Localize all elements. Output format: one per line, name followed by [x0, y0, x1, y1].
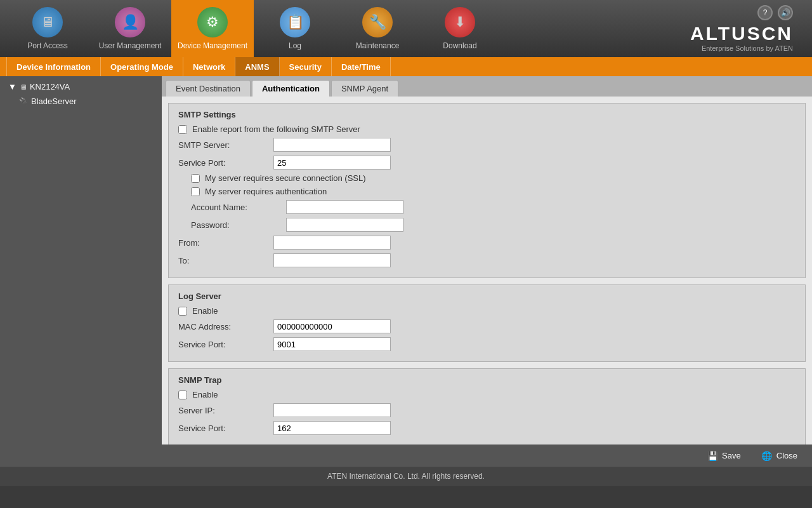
- to-row: To:: [178, 253, 796, 267]
- snmp-trap-section: SNMP Trap Enable Server IP: Service Port…: [168, 368, 806, 444]
- download-icon: ⬇: [445, 7, 475, 37]
- second-navigation: Device Information Operating Mode Networ…: [0, 57, 812, 76]
- close-icon: 🌐: [761, 450, 773, 462]
- service-port-input[interactable]: [273, 156, 391, 170]
- nav-port-access[interactable]: 🖥 Port Access: [6, 0, 89, 57]
- password-row: Password:: [191, 218, 796, 232]
- log-enable-row: Enable: [178, 306, 796, 316]
- top-navigation: 🖥 Port Access 👤 User Management ⚙ Device…: [0, 0, 812, 57]
- save-label: Save: [722, 451, 741, 460]
- smtp-enable-row: Enable report from the following SMTP Se…: [178, 124, 796, 134]
- nav-log[interactable]: 📋 Log: [254, 0, 336, 57]
- log-server-title: Log Server: [178, 291, 796, 301]
- mac-address-label: MAC Address:: [178, 322, 267, 331]
- root-device-label: KN2124VA: [30, 82, 70, 91]
- to-input[interactable]: [273, 253, 391, 267]
- tree-child-item[interactable]: 🔌 BladeServer: [3, 94, 159, 109]
- account-name-label: Account Name:: [191, 203, 280, 212]
- auth-checkbox[interactable]: [191, 187, 200, 196]
- log-service-port-input[interactable]: [273, 337, 391, 351]
- log-service-port-label: Service Port:: [178, 340, 267, 349]
- service-port-label: Service Port:: [178, 158, 267, 168]
- from-label: From:: [178, 238, 267, 248]
- smtp-settings-section: SMTP Settings Enable report from the fol…: [168, 103, 806, 278]
- auth-row: My server requires authentication: [191, 187, 796, 196]
- nav-device-information[interactable]: Device Information: [6, 57, 101, 76]
- nav-maintenance[interactable]: 🔧 Maintenance: [336, 0, 419, 57]
- nav-device-management-label: Device Management: [178, 41, 247, 50]
- mac-address-row: MAC Address:: [178, 319, 796, 333]
- tab-authentication[interactable]: Authentication: [252, 80, 330, 97]
- from-row: From:: [178, 236, 796, 250]
- maintenance-icon: 🔧: [362, 7, 393, 37]
- snmp-service-port-label: Service Port:: [178, 424, 267, 433]
- main-area: ▼ 🖥 KN2124VA 🔌 BladeServer Event Destina…: [0, 76, 812, 467]
- mac-address-input[interactable]: [273, 319, 391, 333]
- from-input[interactable]: [273, 236, 391, 250]
- close-button[interactable]: 🌐 Close: [756, 448, 802, 464]
- user-management-icon: 👤: [115, 7, 145, 37]
- save-icon: 💾: [706, 450, 719, 462]
- server-ip-input[interactable]: [273, 403, 391, 417]
- server-ip-label: Server IP:: [178, 406, 267, 415]
- nav-user-management[interactable]: 👤 User Management: [89, 0, 171, 57]
- scroll-content[interactable]: SMTP Settings Enable report from the fol…: [162, 97, 812, 444]
- sidebar: ▼ 🖥 KN2124VA 🔌 BladeServer: [0, 76, 162, 467]
- account-name-row: Account Name:: [191, 200, 796, 214]
- log-icon: 📋: [280, 7, 310, 37]
- password-input[interactable]: [286, 218, 403, 232]
- snmp-enable-checkbox[interactable]: [178, 391, 187, 399]
- nav-download-label: Download: [443, 41, 476, 50]
- aten-logo-area: ? 🔊 ALTUSCN Enterprise Solutions by ATEN: [690, 5, 806, 52]
- log-server-section: Log Server Enable MAC Address: Service P…: [168, 284, 806, 362]
- snmp-enable-row: Enable: [178, 390, 796, 399]
- account-name-input[interactable]: [286, 200, 403, 214]
- close-label: Close: [776, 451, 797, 460]
- expand-icon: ▼: [8, 82, 16, 91]
- smtp-enable-checkbox[interactable]: [178, 125, 187, 134]
- nav-network[interactable]: Network: [183, 57, 235, 76]
- smtp-server-input[interactable]: [273, 138, 391, 152]
- tabs-bar: Event Destination Authentication SNMP Ag…: [162, 76, 812, 97]
- nav-user-management-label: User Management: [99, 41, 162, 50]
- bottom-bar: 💾 Save 🌐 Close: [162, 444, 812, 467]
- auth-label: My server requires authentication: [205, 187, 327, 196]
- ssl-row: My server requires secure connection (SS…: [191, 173, 796, 183]
- nav-security[interactable]: Security: [280, 57, 332, 76]
- footer: ATEN International Co. Ltd. All rights r…: [0, 467, 812, 486]
- log-service-port-row: Service Port:: [178, 337, 796, 351]
- tree-root-item[interactable]: ▼ 🖥 KN2124VA: [3, 79, 159, 94]
- child-device-label: BladeServer: [31, 97, 77, 106]
- audio-button[interactable]: 🔊: [778, 5, 793, 20]
- to-label: To:: [178, 256, 267, 265]
- snmp-enable-label: Enable: [192, 390, 218, 399]
- nav-port-access-label: Port Access: [27, 41, 67, 50]
- smtp-settings-title: SMTP Settings: [178, 110, 796, 119]
- help-button[interactable]: ?: [757, 5, 773, 20]
- smtp-enable-label: Enable report from the following SMTP Se…: [192, 124, 360, 134]
- password-label: Password:: [191, 220, 280, 230]
- port-access-icon: 🖥: [32, 7, 63, 37]
- ssl-label: My server requires secure connection (SS…: [205, 173, 366, 183]
- tab-event-destination[interactable]: Event Destination: [166, 80, 251, 97]
- snmp-service-port-input[interactable]: [273, 421, 391, 435]
- save-button[interactable]: 💾 Save: [701, 448, 746, 464]
- server-ip-row: Server IP:: [178, 403, 796, 417]
- nav-log-label: Log: [289, 41, 301, 50]
- smtp-server-label: SMTP Server:: [178, 140, 267, 150]
- snmp-service-port-row: Service Port:: [178, 421, 796, 435]
- nav-device-management[interactable]: ⚙ Device Management: [171, 0, 254, 57]
- nav-datetime[interactable]: Date/Time: [332, 57, 391, 76]
- tab-snmp-agent[interactable]: SNMP Agent: [331, 80, 398, 97]
- snmp-trap-title: SNMP Trap: [178, 375, 796, 385]
- footer-text: ATEN International Co. Ltd. All rights r…: [327, 472, 485, 481]
- nav-anms[interactable]: ANMS: [235, 57, 279, 76]
- service-port-row: Service Port:: [178, 156, 796, 170]
- device-management-icon: ⚙: [197, 7, 228, 37]
- nav-download[interactable]: ⬇ Download: [419, 0, 501, 57]
- logo-sub: Enterprise Solutions by ATEN: [690, 44, 793, 52]
- log-enable-checkbox[interactable]: [178, 307, 187, 316]
- nav-operating-mode[interactable]: Operating Mode: [101, 57, 183, 76]
- nav-maintenance-label: Maintenance: [356, 41, 400, 50]
- ssl-checkbox[interactable]: [191, 174, 200, 183]
